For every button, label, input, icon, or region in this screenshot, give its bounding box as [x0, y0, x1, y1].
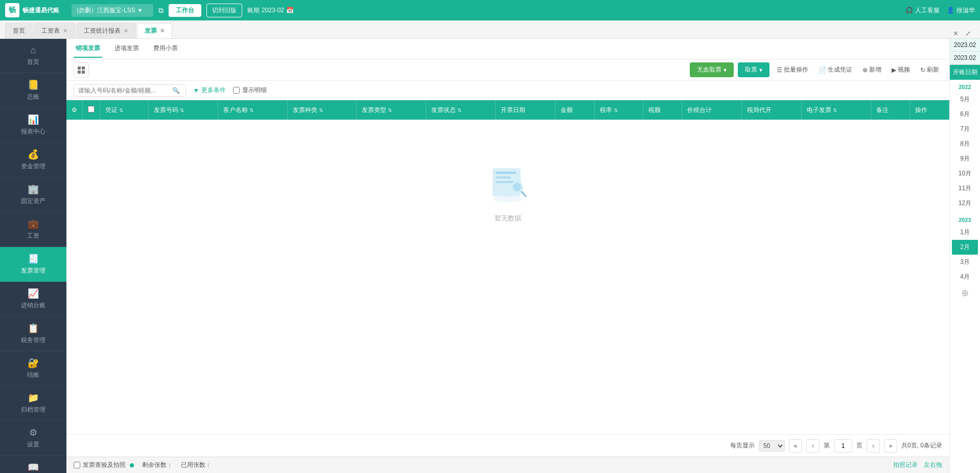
expand-panel-button[interactable]: ⤢ [963, 28, 973, 38]
th-remark[interactable]: 备注 [871, 100, 910, 120]
month-2023-2[interactable]: 2月 [952, 240, 978, 255]
sub-tab-purchase-invoice[interactable]: 进项发票 [112, 40, 141, 58]
sidebar-item-sales[interactable]: 📈 进销台账 [0, 282, 66, 317]
video-button[interactable]: ▶ 视频 [889, 63, 913, 77]
month-2022-11[interactable]: 11月 [950, 181, 980, 196]
more-conditions-button[interactable]: ▼ 更多条件 [193, 86, 226, 95]
date-display-2: 2023.02 [954, 54, 976, 61]
headset-icon: 🎧 [905, 7, 913, 14]
sidebar-item-settings[interactable]: ⚙ 设置 [0, 421, 66, 456]
generate-voucher-button[interactable]: 📄 生成凭证 [815, 63, 855, 77]
select-all-checkbox[interactable] [88, 106, 95, 112]
copy-icon[interactable]: ⧉ [158, 6, 164, 15]
new-button[interactable]: ⊕ 新增 [859, 63, 884, 77]
th-invoice-category[interactable]: 发票类型⇅ [357, 100, 426, 120]
data-table: ⚙ 凭证⇅ 发票号码⇅ 客户名称⇅ 发票种类⇅ 发票类型⇅ 发票状态⇅ 开票日期… [66, 100, 949, 120]
th-invoice-status[interactable]: 发票状态⇅ [426, 100, 496, 120]
old-version-button[interactable]: 切到旧版 [206, 4, 242, 17]
tab-close-salary-report[interactable]: ✕ [124, 28, 128, 34]
month-2022-9[interactable]: 9月 [950, 151, 980, 166]
tab-close-salary[interactable]: ✕ [63, 28, 67, 34]
tab-close-invoice[interactable]: ✕ [160, 28, 165, 34]
close-panel-button[interactable]: ✕ [950, 28, 961, 38]
sidebar-item-assets[interactable]: 🏢 固定资产 [0, 177, 66, 212]
year-2023-section: 2023 1月 2月 3月 4月 ⊕ [950, 213, 980, 304]
month-2023-3[interactable]: 3月 [950, 255, 980, 269]
th-voucher[interactable]: 凭证⇅ [100, 100, 149, 120]
batch-ops-label: 批量操作 [784, 65, 808, 74]
sidebar-item-salary[interactable]: 💼 工资 [0, 212, 66, 247]
customer-service[interactable]: 🎧 人工客服 [905, 6, 940, 15]
sidebar-salary-label: 工资 [27, 232, 39, 240]
search-icon[interactable]: 🔍 [172, 87, 180, 94]
month-2022-10[interactable]: 10月 [950, 166, 980, 181]
show-detail-checkbox[interactable] [233, 87, 240, 94]
first-page-button[interactable]: « [789, 439, 802, 453]
company-selector[interactable]: (勿删）江西服宝-LSS ▾ [72, 4, 153, 17]
sub-tab-expense-receipt[interactable]: 费用小票 [151, 40, 180, 58]
month-2023-1[interactable]: 1月 [950, 225, 980, 240]
last-page-button[interactable]: » [884, 439, 897, 453]
export-link[interactable]: 左右拖 [924, 461, 942, 469]
tab-salary-report[interactable]: 工资统计报表 ✕ [76, 23, 136, 38]
prev-page-button[interactable]: ‹ [806, 439, 820, 453]
invoice-icon: 🧾 [28, 253, 39, 264]
refresh-button[interactable]: ↻ 刷新 [917, 63, 942, 77]
th-total[interactable]: 价税合计 [682, 100, 742, 120]
month-2022-7[interactable]: 7月 [950, 122, 980, 137]
th-action[interactable]: 操作 [910, 100, 949, 120]
th-e-invoice[interactable]: 电子发票⇅ [802, 100, 871, 120]
th-invoice-no[interactable]: 发票号码⇅ [149, 100, 218, 120]
sidebar-item-home[interactable]: ⌂ 首页 [0, 39, 66, 73]
open-date-header[interactable]: 开账日期 [950, 65, 980, 80]
month-2022-8[interactable]: 8月 [950, 137, 980, 151]
page-size-select[interactable]: 50 10 20 100 [759, 440, 785, 452]
th-open-date[interactable]: 开票日期 [496, 100, 555, 120]
calendar-icon[interactable]: 📅 [286, 7, 294, 14]
th-invoice-type[interactable]: 发票种类⇅ [287, 100, 357, 120]
show-detail-checkbox-label[interactable]: 显示明细 [233, 86, 267, 95]
month-2022-12[interactable]: 12月 [950, 196, 980, 211]
grid-view-button[interactable] [74, 62, 89, 78]
scroll-down-icon[interactable]: ⊕ [950, 284, 980, 302]
tab-home[interactable]: 首页 [5, 23, 33, 38]
svg-rect-0 [78, 66, 81, 70]
date-top-row-2: 2023.02 [950, 52, 980, 64]
th-amount[interactable]: 金额 [555, 100, 594, 120]
user-avatar[interactable]: 👤 徐溢华 [947, 6, 975, 15]
sidebar-invoice-label: 发票管理 [21, 266, 45, 275]
no-invoice-button[interactable]: 无血取票 ▾ [690, 62, 734, 77]
th-check[interactable] [83, 100, 100, 120]
month-2022-6[interactable]: 6月 [950, 107, 980, 122]
next-page-button[interactable]: › [867, 439, 880, 453]
sidebar-item-newbie[interactable]: 📖 新手引导 [0, 456, 66, 473]
search-input[interactable] [78, 87, 170, 94]
sub-tab-sales-invoice[interactable]: 销项发票 [74, 40, 102, 58]
sidebar-item-archive[interactable]: 📁 归档管理 [0, 386, 66, 421]
month-2022-5[interactable]: 5月 [950, 92, 980, 107]
month-2023-4[interactable]: 4月 [950, 269, 980, 284]
sidebar-item-reports[interactable]: 📊 报表中心 [0, 108, 66, 143]
sidebar-item-ledger[interactable]: 📒 总账 [0, 73, 66, 108]
th-tax-rate[interactable]: 税率⇅ [594, 100, 643, 120]
th-customer[interactable]: 客户名称⇅ [218, 100, 287, 120]
sidebar-item-funds[interactable]: 💰 资金管理 [0, 143, 66, 177]
voucher-sort-icon: ⇅ [119, 107, 123, 113]
page-number-input[interactable] [834, 439, 852, 453]
tab-invoice[interactable]: 发票 ✕ [137, 23, 172, 38]
sidebar-item-invoice[interactable]: 🧾 发票管理 [0, 247, 66, 282]
get-invoice-button[interactable]: 取票 ▾ [738, 62, 769, 77]
workbench-button[interactable]: 工作台 [169, 4, 201, 17]
purchase-invoice-label: 进项发票 [114, 44, 139, 52]
batch-ops-button[interactable]: ☰ 批量操作 [774, 63, 811, 77]
invoice-check-checkbox[interactable] [74, 462, 80, 468]
tab-salary[interactable]: 工资表 ✕ [34, 23, 75, 38]
import-link[interactable]: 拍照记录 [893, 461, 918, 469]
sidebar-item-tax[interactable]: 📋 税务管理 [0, 317, 66, 351]
invoice-check-label[interactable]: 发票查验及拍照 [74, 461, 134, 469]
sidebar-tax-label: 税务管理 [21, 336, 45, 345]
th-settings[interactable]: ⚙ [66, 100, 83, 120]
th-tax-code[interactable]: 税局代开 [742, 100, 802, 120]
sidebar-item-closing[interactable]: 🔐 结账 [0, 351, 66, 386]
th-tax[interactable]: 税额 [643, 100, 682, 120]
